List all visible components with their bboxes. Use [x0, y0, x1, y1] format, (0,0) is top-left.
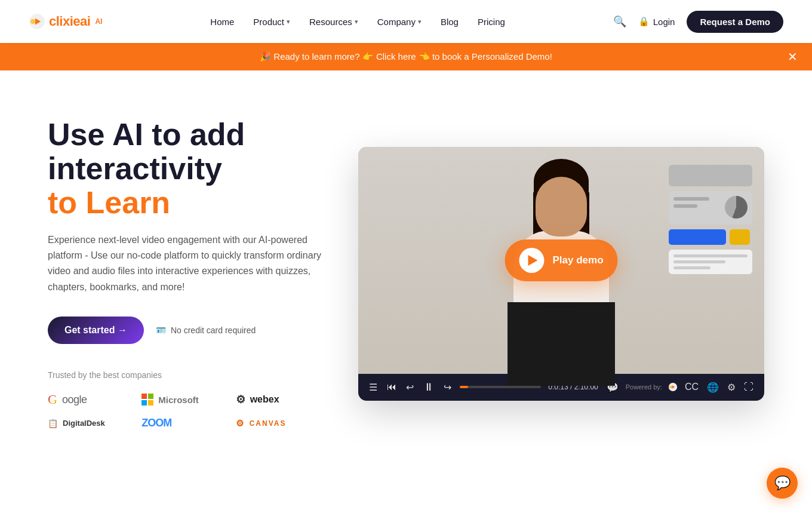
rewind-button[interactable]: ↩: [405, 380, 415, 394]
login-button[interactable]: 🔒 Login: [638, 16, 675, 27]
svg-point-1: [30, 19, 35, 24]
ui-line-1: [673, 254, 748, 257]
google-icon: G: [48, 392, 57, 407]
subtitles-button[interactable]: CC: [684, 380, 700, 394]
no-card-label: 🪪 No credit card required: [156, 325, 256, 335]
play-triangle-icon: [528, 255, 537, 266]
ui-yellow-block: [730, 229, 750, 245]
clixie-watermark-icon: [668, 382, 678, 392]
ui-line-2: [673, 260, 725, 263]
nav-actions: 🔍 🔒 Login Request a Demo: [613, 11, 783, 33]
hero-heading: Use AI to add interactivity to Learn: [48, 118, 322, 220]
card-icon: 🪪: [156, 325, 166, 335]
logo-icon: [29, 13, 45, 30]
settings-button[interactable]: ⚙: [726, 380, 737, 394]
hero-section: Use AI to add interactivity to Learn Exp…: [0, 70, 812, 477]
ui-card-3: [669, 229, 752, 245]
banner-text: 🎉 Ready to learn more? 👉 Click here 👈 to…: [260, 51, 552, 62]
close-icon: ✕: [788, 50, 798, 63]
banner-close-button[interactable]: ✕: [788, 51, 798, 63]
lock-icon: 🔒: [638, 16, 650, 27]
chart-bar-2: [673, 204, 697, 208]
microsoft-icon: [142, 394, 153, 406]
pause-button[interactable]: ⏸: [422, 380, 435, 395]
hero-content: Use AI to add interactivity to Learn Exp…: [48, 118, 322, 429]
promo-banner: 🎉 Ready to learn more? 👉 Click here 👈 to…: [0, 43, 812, 70]
nav-links: Home Product ▾ Resources ▾ Company ▾ Blo…: [210, 17, 505, 27]
powered-by-label: Powered by:: [626, 383, 662, 391]
presenter-pants: [508, 302, 615, 386]
canvas-logo: ⚙ CANVAS: [236, 417, 322, 429]
webex-logo: ⚙ webex: [236, 392, 322, 407]
nav-resources[interactable]: Resources ▾: [309, 17, 358, 27]
digitaldesk-logo: 📋 DigitalDesk: [48, 417, 134, 429]
progress-bar[interactable]: [460, 386, 541, 388]
skip-back-button[interactable]: ⏮: [386, 380, 398, 394]
forward-button[interactable]: ↪: [442, 380, 453, 394]
fullscreen-button[interactable]: ⛶: [743, 380, 755, 394]
svg-point-5: [669, 386, 672, 388]
video-panel: clixie ai: [358, 147, 764, 401]
google-logo: G oogle: [48, 392, 134, 407]
ui-line-3: [673, 266, 710, 269]
product-chevron-icon: ▾: [287, 18, 290, 26]
chat-icon: 💬: [774, 475, 791, 477]
video-ui-cards: [669, 165, 752, 274]
video-container: clixie ai: [358, 147, 764, 401]
language-button[interactable]: 🌐: [706, 380, 720, 394]
ui-card-2: [669, 191, 752, 225]
ui-card-4: [669, 250, 752, 274]
chapters-button[interactable]: ☰: [368, 380, 379, 394]
play-label: Play demo: [552, 254, 603, 266]
ui-blue-block: [669, 229, 726, 245]
hero-cta: Get started → 🪪 No credit card required: [48, 317, 322, 344]
digitaldesk-icon: 📋: [48, 419, 58, 428]
company-chevron-icon: ▾: [418, 18, 422, 26]
trusted-label: Trusted by the best companies: [48, 370, 322, 380]
search-icon: 🔍: [613, 16, 626, 27]
nav-blog[interactable]: Blog: [441, 17, 459, 27]
nav-company[interactable]: Company ▾: [377, 17, 422, 27]
play-circle-icon: [519, 248, 544, 273]
request-demo-button[interactable]: Request a Demo: [687, 11, 783, 33]
nav-home[interactable]: Home: [210, 17, 234, 27]
progress-fill: [460, 386, 468, 388]
get-started-button[interactable]: Get started →: [48, 317, 144, 344]
navbar: clixieai AI Home Product ▾ Resources ▾ C…: [0, 0, 812, 43]
logo[interactable]: clixieai AI: [29, 13, 102, 30]
resources-chevron-icon: ▾: [355, 18, 358, 26]
brand-logos: G oogle Microsoft ⚙ webex 📋: [48, 392, 322, 429]
hero-subtext: Experience next-level video engagement w…: [48, 232, 322, 296]
ui-card-1: [669, 165, 752, 186]
nav-product[interactable]: Product ▾: [253, 17, 290, 27]
nav-pricing[interactable]: Pricing: [478, 17, 505, 27]
logo-ai-badge: AI: [95, 17, 102, 26]
webex-icon: ⚙: [236, 393, 245, 406]
microsoft-logo: Microsoft: [142, 392, 228, 407]
canvas-icon: ⚙: [236, 418, 245, 429]
zoom-logo: ZOOM: [142, 417, 228, 429]
presenter-head: [536, 177, 587, 236]
ctrl-right: 💬 Powered by: CC 🌐 ⚙ ⛶: [605, 380, 755, 394]
logo-text: clixieai: [49, 14, 90, 29]
search-button[interactable]: 🔍: [613, 15, 626, 28]
play-demo-button[interactable]: Play demo: [505, 239, 617, 281]
video-frame: clixie ai: [358, 147, 764, 374]
chart-bar: [673, 197, 709, 201]
chart-pie-icon: [725, 196, 748, 219]
